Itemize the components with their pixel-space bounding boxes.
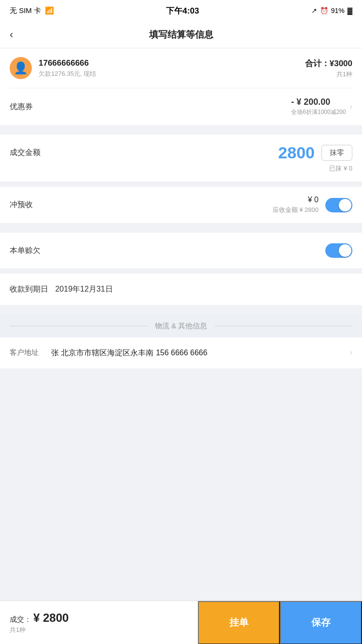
back-button[interactable]: ‹ [10,28,13,41]
coupon-chevron-icon: › [350,102,352,111]
logistics-line-right [215,326,352,326]
status-bar: 无 SIM 卡 📶 下午4:03 ↗ ⏰ 91% ▓ [0,0,362,21]
prereceive-row: 冲预收 ¥ 0 应收金额 ¥ 2800 [0,187,362,223]
debt-label: 本单赊欠 [10,246,41,256]
status-time: 下午4:03 [166,5,199,16]
coupon-right: - ¥ 200.00 全场6折满1000减200 › [291,97,352,116]
prereceive-val-area: ¥ 0 应收金额 ¥ 2800 [273,196,319,214]
amount-sub: 已抹 ¥ 0 [10,164,352,173]
debt-toggle-knob [339,244,351,257]
customer-right: 合计：¥3000 共1种 [305,58,352,79]
nav-bar: ‹ 填写结算等信息 [0,21,362,48]
amount-value: 2800 [278,143,315,162]
coupon-label: 优惠券 [10,102,33,112]
customer-sub: 欠款1276.35元, 现结 [39,70,96,78]
status-right: ↗ ⏰ 91% ▓ [311,7,352,14]
address-row[interactable]: 客户地址 张 北京市市辖区海淀区永丰南 156 6666 6666 › [0,337,362,368]
avatar: 👤 [10,57,32,79]
customer-row: 👤 17666666666 欠款1276.35元, 现结 合计：¥3000 共1… [0,48,362,88]
address-value: 张 北京市市辖区海淀区永丰南 156 6666 6666 [51,347,350,359]
battery-label: 91% [331,7,345,14]
gray-separator [0,130,362,135]
amount-label: 成交金额 [10,148,41,158]
amount-right: 2800 抹零 [278,143,352,162]
customer-card: 👤 17666666666 欠款1276.35元, 现结 合计：¥3000 共1… [0,48,362,125]
sim-label: 无 SIM 卡 [10,6,41,15]
coupon-sub: 全场6折满1000减200 [291,108,346,116]
logistics-line-left [10,326,147,326]
debt-row: 本单赊欠 [0,233,362,268]
content: 👤 17666666666 欠款1276.35元, 现结 合计：¥3000 共1… [0,48,362,470]
battery-icon: ▓ [348,7,352,14]
content-spacer [0,373,362,412]
debt-toggle[interactable] [325,243,352,258]
logistics-separator: 物流 & 其他信息 [0,315,362,337]
total-count: 共1种 [305,70,352,79]
bottom-bar: 成交： ¥ 2800 共1种 挂单 保存 [0,601,362,644]
address-label: 客户地址 [10,348,43,357]
customer-left: 👤 17666666666 欠款1276.35元, 现结 [10,57,96,79]
bottom-deal-amount: ¥ 2800 [33,611,69,625]
duedate-label: 收款到期日 [10,285,48,293]
bottom-info: 成交： ¥ 2800 共1种 [0,611,198,634]
hang-button[interactable]: 挂单 [198,601,280,644]
customer-phone: 17666666666 [39,58,96,68]
toggle-knob [339,199,351,211]
customer-info: 17666666666 欠款1276.35元, 现结 [39,58,96,78]
alarm-icon: ⏰ [320,7,328,14]
amount-section: 成交金额 2800 抹零 已抹 ¥ 0 [0,135,362,182]
coupon-info: - ¥ 200.00 全场6折满1000减200 [291,97,346,116]
bottom-deal-count: 共1种 [10,626,188,634]
duedate-value: 2019年12月31日 [55,285,112,293]
duedate-row: 收款到期日 2019年12月31日 [0,274,362,305]
avatar-icon: 👤 [14,61,28,75]
save-button[interactable]: 保存 [280,601,362,644]
gray-separator2 [0,228,362,233]
bottom-deal-label: 成交： [10,615,31,624]
round-button[interactable]: 抹零 [321,145,352,161]
prereceive-sub: 应收金额 ¥ 2800 [273,206,319,214]
coupon-row[interactable]: 优惠券 - ¥ 200.00 全场6折满1000减200 › [0,88,362,125]
status-left: 无 SIM 卡 📶 [10,6,54,15]
coupon-discount: - ¥ 200.00 [291,97,346,107]
location-icon: ↗ [311,7,317,14]
total-value: 合计：¥3000 [305,58,352,69]
wifi-icon: 📶 [45,6,54,15]
prereceive-label: 冲预收 [10,200,33,210]
gray-separator3 [0,310,362,315]
page-title: 填写结算等信息 [149,28,213,41]
prereceive-amount: ¥ 0 [273,196,319,204]
prereceive-toggle[interactable] [325,198,352,212]
address-chevron-icon: › [350,348,352,357]
logistics-text: 物流 & 其他信息 [155,322,207,331]
prereceive-right: ¥ 0 应收金额 ¥ 2800 [273,196,352,214]
amount-row: 成交金额 2800 抹零 [10,143,352,162]
bottom-deal-row: 成交： ¥ 2800 [10,611,188,625]
